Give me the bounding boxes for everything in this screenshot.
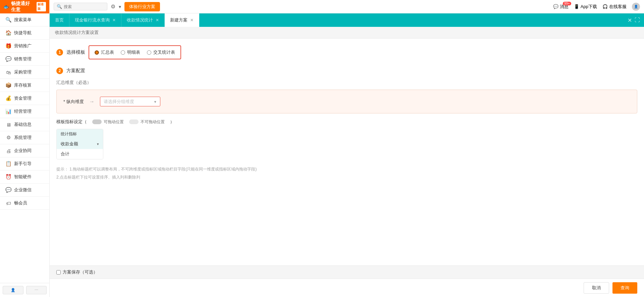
ops-icon: 📊 [5, 108, 11, 114]
dropdown-icon[interactable]: ▾ [119, 4, 121, 9]
content-area: 收款情况统计方案设置 1 选择模板 汇总表 明细表 [50, 27, 644, 297]
sidebar-item-smart-hw[interactable]: ⏰ 智能硬件 [0, 170, 49, 184]
save-checkbox-label[interactable]: 方案保存（可选） [56, 269, 98, 275]
tab-bank-flow-close[interactable]: ✕ [112, 18, 116, 22]
sidebar-bottom-btn1[interactable]: 👤 [3, 286, 23, 294]
action-bar: 取消 查询 [50, 279, 644, 297]
close-window-icon[interactable]: ✕ [628, 17, 632, 23]
dim-select-wrap: 请选择分组维度 [100, 97, 160, 106]
tab-new-plan[interactable]: 新建方案 ✕ [165, 13, 199, 27]
vertical-dim-label: * 纵向维度 [63, 99, 84, 105]
save-checkbox[interactable] [56, 270, 61, 275]
step2-title: 方案配置 [66, 68, 85, 74]
sidebar-item-label: 资金管理 [14, 95, 32, 101]
cancel-button[interactable]: 取消 [584, 282, 609, 294]
page-breadcrumb: 收款情况统计方案设置 [50, 27, 644, 39]
sidebar-item-sales[interactable]: 💬 销售管理 [0, 53, 49, 66]
search-icon: 🔍 [5, 17, 11, 23]
metric-dropdown-icon[interactable]: ▾ [97, 142, 99, 146]
sidebar-item-corp-wechat[interactable]: 💬 企业微信 [0, 184, 49, 197]
avatar[interactable]: 👤 [632, 3, 640, 11]
metric-item-amount[interactable]: 收款金额 ▾ [57, 139, 103, 149]
search-box[interactable]: 🔍 [54, 3, 107, 10]
sidebar-item-label: 企业协同 [14, 148, 32, 154]
sidebar-item-label: 库存核算 [14, 82, 32, 88]
fixed-label: 不可拖动位置 [141, 119, 165, 125]
tip-1: 提示： 1.拖动标题栏可以调整布局，不可跨维度或指标区域拖动栏目字段(只能在同一… [56, 166, 637, 173]
radio-detail[interactable]: 明细表 [121, 49, 140, 55]
sidebar-item-label: 销售管理 [14, 56, 32, 62]
search-icon: 🔍 [57, 4, 62, 9]
radio-detail-input[interactable] [121, 50, 125, 55]
tab-home[interactable]: 首页 [50, 13, 69, 27]
dim-select[interactable]: 请选择分组维度 [100, 97, 160, 106]
search-input[interactable] [64, 4, 104, 9]
metrics-header: 统计指标 [57, 129, 103, 139]
query-button[interactable]: 查询 [612, 282, 637, 294]
step1-number: 1 [56, 49, 63, 56]
industry-btn[interactable]: 体验行业方案 [124, 2, 160, 11]
sidebar-item-marketing[interactable]: 🎁 营销推广 [0, 40, 49, 53]
tip-2: 2.点击标题栏下拉可设置排序、插入列和删除列 [56, 174, 637, 181]
radio-summary-input[interactable] [95, 50, 99, 55]
tab-bank-flow-label: 现金银行流水查询 [75, 17, 110, 23]
sidebar-item-base-info[interactable]: 🖥 基础信息 [0, 118, 49, 131]
finance-icon: 💰 [5, 95, 11, 101]
tab-bar: 首页 现金银行流水查询 ✕ 收款情况统计 ✕ 新建方案 ✕ ✕ ⛶ [50, 13, 644, 27]
sidebar-item-ops[interactable]: 📊 经营管理 [0, 105, 49, 118]
membership-icon: 🏷 [5, 200, 11, 206]
sidebar-item-label: 经营管理 [14, 108, 32, 114]
sidebar-item-newbie[interactable]: 📋 新手引导 [0, 157, 49, 170]
metrics-setting-label: 模板指标设定（ [56, 119, 87, 125]
tab-bank-flow[interactable]: 现金银行流水查询 ✕ [69, 13, 121, 27]
message-btn[interactable]: 💬 消息 99+ [553, 4, 569, 10]
sidebar-item-search[interactable]: 🔍 搜索菜单 [0, 13, 49, 27]
step1-title: 选择模板 [66, 49, 85, 55]
tab-collection-stat[interactable]: 收款情况统计 ✕ [121, 13, 165, 27]
app-download-btn[interactable]: 📱 App下载 [574, 4, 597, 10]
radio-cross-input[interactable] [147, 50, 151, 55]
message-badge: 99+ [563, 2, 571, 5]
sidebar-bottom-btn2[interactable]: ⋯ [26, 286, 47, 294]
sidebar-item-membership[interactable]: 🏷 畅会员 [0, 197, 49, 210]
tab-collection-stat-close[interactable]: ✕ [156, 18, 159, 22]
step2-header: 2 方案配置 [56, 67, 637, 74]
header-right: 💬 消息 99+ 📱 App下载 🎧 在线客服 👤 [553, 3, 640, 11]
settings-icon[interactable]: ⚙ [111, 3, 115, 10]
tips-area: 提示： 1.拖动标题栏可以调整布局，不可跨维度或指标区域拖动栏目字段(只能在同一… [56, 166, 637, 181]
legend-fixed: 不可拖动位置 [129, 119, 165, 125]
wechat-icon: 💬 [5, 187, 11, 193]
sidebar-item-label: 搜索菜单 [14, 17, 32, 23]
sidebar-item-finance[interactable]: 💰 资金管理 [0, 92, 49, 105]
expand-window-icon[interactable]: ⛶ [635, 17, 640, 23]
sidebar-item-label: 畅会员 [14, 200, 27, 206]
sidebar-item-purchase[interactable]: 🛍 采购管理 [0, 66, 49, 79]
online-service-label: 在线客服 [609, 4, 627, 10]
gift-icon: 🎁 [5, 43, 11, 49]
tab-bar-actions: ✕ ⛶ [628, 17, 644, 23]
logo-badge: 标准版 [37, 2, 46, 11]
tab-home-label: 首页 [55, 17, 64, 23]
sidebar-item-stock[interactable]: 📦 库存核算 [0, 79, 49, 92]
step1-section: 1 选择模板 汇总表 明细表 交叉统计表 [56, 45, 637, 59]
radio-summary[interactable]: 汇总表 [95, 49, 114, 55]
sidebar-item-corp-collab[interactable]: 🖨 企业协同 [0, 144, 49, 157]
tab-collection-stat-label: 收款情况统计 [127, 17, 153, 23]
message-icon: 💬 [553, 4, 558, 9]
fixed-indicator [129, 119, 139, 124]
radio-cross[interactable]: 交叉统计表 [147, 49, 175, 55]
online-service-btn[interactable]: 🎧 在线客服 [602, 4, 627, 10]
sidebar-item-sys-mgmt[interactable]: ⚙ 系统管理 [0, 131, 49, 144]
radio-cross-label: 交叉统计表 [153, 49, 175, 55]
sidebar-item-label: 采购管理 [14, 69, 32, 75]
template-options: 汇总表 明细表 交叉统计表 [89, 45, 181, 59]
legend-close-paren: ） [170, 119, 174, 125]
step1-header: 1 选择模板 汇总表 明细表 交叉统计表 [56, 45, 637, 59]
dimension-row: * 纵向维度 → 请选择分组维度 [63, 97, 630, 106]
breadcrumb-text: 收款情况统计方案设置 [55, 30, 99, 35]
smart-hw-icon: ⏰ [5, 174, 11, 180]
app-icon: 📱 [574, 4, 579, 9]
tab-new-plan-close[interactable]: ✕ [190, 18, 194, 22]
legend-area: 模板指标设定（ 可拖动位置 不可拖动位置 ） [56, 119, 637, 125]
sidebar-item-quick-nav[interactable]: 🏠 快捷导航 [0, 27, 49, 40]
